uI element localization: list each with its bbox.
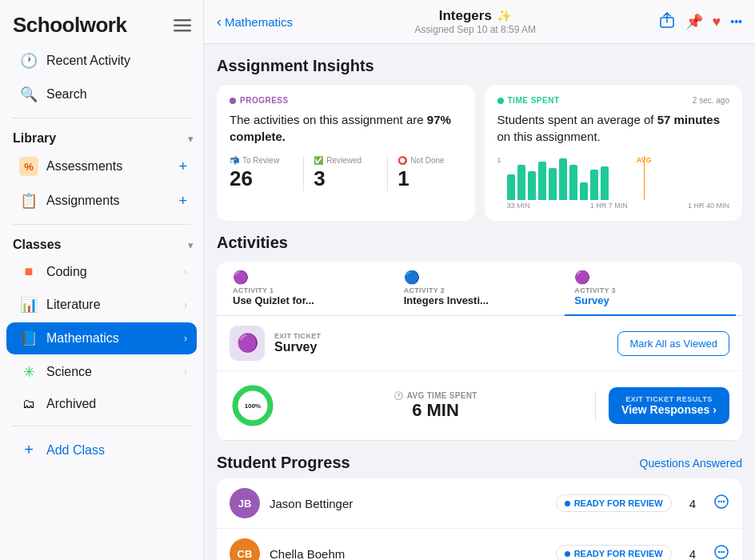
to-review-value: 26: [230, 166, 294, 191]
sidebar-item-add-class[interactable]: + Add Class: [6, 434, 197, 466]
back-label: Mathematics: [225, 15, 293, 29]
tab-activity-1[interactable]: 🟣 ACTIVITY 1 Use Quizlet for...: [223, 262, 394, 316]
chevron-right-icon-5: ›: [713, 403, 717, 416]
view-responses-main: View Responses ›: [621, 403, 717, 416]
assignments-icon: 📋: [19, 192, 38, 210]
sidebar-item-assignments[interactable]: 📋 Assignments +: [6, 185, 197, 217]
bar-8: [580, 182, 588, 200]
tab-1-badge: ACTIVITY 1: [233, 286, 385, 294]
svg-point-9: [723, 500, 725, 502]
sidebar-toggle-icon[interactable]: [171, 14, 194, 37]
student-progress-title: Student Progress: [217, 454, 350, 472]
exit-ticket-row: 🟣 EXIT TICKET Survey Mark All as Viewed: [217, 316, 742, 371]
sidebar-item-label: Science: [46, 365, 176, 379]
svg-rect-2: [174, 30, 191, 32]
sparkle-icon: ✨: [497, 9, 512, 23]
view-responses-button[interactable]: EXIT TICKET RESULTS View Responses ›: [609, 387, 729, 424]
chart-label-2: 1 HR 7 MIN: [590, 202, 628, 210]
stats-row: 📬 To Review 26 ✅ Reviewed 3: [230, 156, 462, 191]
add-assessment-icon[interactable]: +: [178, 158, 187, 175]
svg-point-12: [721, 550, 722, 552]
tab-2-icon: 🔵: [404, 270, 556, 285]
avg-time-info: 🕐 AVG TIME SPENT 6 MIN: [289, 391, 596, 421]
more-button-jason[interactable]: [713, 494, 729, 514]
share-button[interactable]: [658, 11, 676, 33]
chart-labels: 33 MIN 1 HR 7 MIN 1 HR 40 MIN: [507, 202, 730, 210]
add-class-icon: +: [19, 441, 38, 459]
chevron-right-icon-3: ›: [184, 333, 187, 344]
sidebar-item-label: Archived: [46, 397, 187, 411]
tab-activity-3[interactable]: 🟣 ACTIVITY 3 Survey: [565, 262, 736, 316]
exit-ticket-info: EXIT TICKET Survey: [274, 332, 608, 354]
avg-label: AVG: [637, 156, 652, 164]
inbox-icon: 📬: [230, 156, 239, 165]
sidebar-item-coding[interactable]: ■ Coding ›: [6, 256, 197, 287]
mark-all-viewed-button[interactable]: Mark All as Viewed: [617, 331, 729, 356]
student-progress-header: Student Progress Questions Answered: [217, 454, 742, 472]
sidebar-item-science[interactable]: ✳ Science ›: [6, 356, 197, 388]
sidebar-item-recent-activity[interactable]: 🕐 Recent Activity: [6, 45, 197, 77]
sidebar-item-assessments[interactable]: % Assessments +: [6, 150, 197, 183]
main-content: ‹ Mathematics Integers ✨ Assigned Sep 10…: [204, 0, 755, 560]
chart-label-3: 1 HR 40 MIN: [688, 202, 729, 210]
bar-2: [517, 165, 525, 200]
more-button[interactable]: •••: [730, 15, 742, 28]
ready-badge-jason: READY FOR REVIEW: [556, 494, 672, 512]
add-assignment-icon[interactable]: +: [178, 193, 187, 210]
student-row-2: CB Chella Boehm READY FOR REVIEW 4: [217, 529, 742, 560]
svg-rect-1: [174, 24, 191, 26]
back-button[interactable]: ‹ Mathematics: [217, 14, 293, 30]
time-dot-icon: [497, 98, 504, 104]
time-badge-label: TIME SPENT: [508, 96, 560, 105]
donut-chart: 100%: [230, 382, 276, 429]
svg-point-13: [723, 550, 725, 552]
tab-1-name: Use Quizlet for...: [233, 294, 385, 306]
avatar-initials-2: CB: [238, 548, 253, 560]
reviewed-stat: ✅ Reviewed 3: [314, 156, 388, 191]
student-name-chella: Chella Boehm: [270, 547, 546, 561]
sidebar-item-label: Literature: [46, 298, 176, 312]
heart-button[interactable]: ♥: [713, 14, 721, 30]
progress-dot-icon: [230, 98, 236, 104]
insights-title: Assignment Insights: [217, 57, 742, 75]
tab-activity-2[interactable]: 🔵 ACTIVITY 2 Integers Investi...: [394, 262, 565, 316]
not-done-stat: ⭕ Not Done 1: [397, 156, 461, 191]
avatar-chella: CB: [230, 538, 260, 560]
sidebar-item-search[interactable]: 🔍 Search: [6, 78, 197, 110]
sidebar-item-archived[interactable]: 🗂 Archived: [6, 390, 197, 418]
pin-button[interactable]: 📌: [685, 13, 703, 30]
clock-icon-2: 🕐: [393, 391, 403, 400]
sidebar-item-label: Mathematics: [46, 331, 176, 346]
check-icon: ✅: [314, 156, 323, 165]
student-row: JB Jason Bettinger READY FOR REVIEW 4: [217, 478, 742, 529]
bar-4: [538, 162, 546, 200]
more-button-chella[interactable]: [713, 544, 729, 561]
student-score-jason: 4: [689, 497, 696, 510]
ready-badge-label-2: READY FOR REVIEW: [574, 549, 663, 558]
library-section-header[interactable]: Library ▾: [0, 125, 203, 149]
activities-tabs: 🟣 ACTIVITY 1 Use Quizlet for... 🔵 ACTIVI…: [217, 262, 742, 316]
timestamp: 2 sec. ago: [693, 96, 729, 105]
activities-title: Activities: [217, 234, 742, 252]
literature-icon: 📊: [19, 296, 38, 314]
classes-section-header[interactable]: Classes ▾: [0, 231, 203, 255]
sidebar-item-literature[interactable]: 📊 Literature ›: [6, 289, 197, 321]
avatar-initials: JB: [238, 498, 252, 510]
time-badge: TIME SPENT: [497, 96, 560, 105]
questions-answered-link[interactable]: Questions Answered: [640, 457, 742, 470]
chevron-right-icon-4: ›: [184, 366, 187, 378]
sidebar-header: Schoolwork: [0, 13, 203, 44]
exit-ticket-icon: 🟣: [230, 326, 265, 361]
ready-dot-icon-2: [565, 551, 570, 557]
svg-point-8: [721, 500, 722, 502]
sidebar-divider-3: [13, 426, 190, 426]
to-review-stat: 📬 To Review 26: [230, 156, 304, 191]
sidebar-item-label: Search: [46, 87, 187, 102]
chevron-down-icon: ▾: [188, 133, 194, 145]
sidebar-item-label: Assignments: [46, 194, 170, 208]
classes-title: Classes: [13, 238, 180, 252]
sidebar-item-mathematics[interactable]: 📘 Mathematics ›: [6, 322, 197, 354]
tab-3-badge: ACTIVITY 3: [574, 286, 726, 294]
avg-time-label-text: AVG TIME SPENT: [407, 391, 477, 400]
insights-row: PROGRESS The activities on this assignme…: [217, 85, 742, 221]
